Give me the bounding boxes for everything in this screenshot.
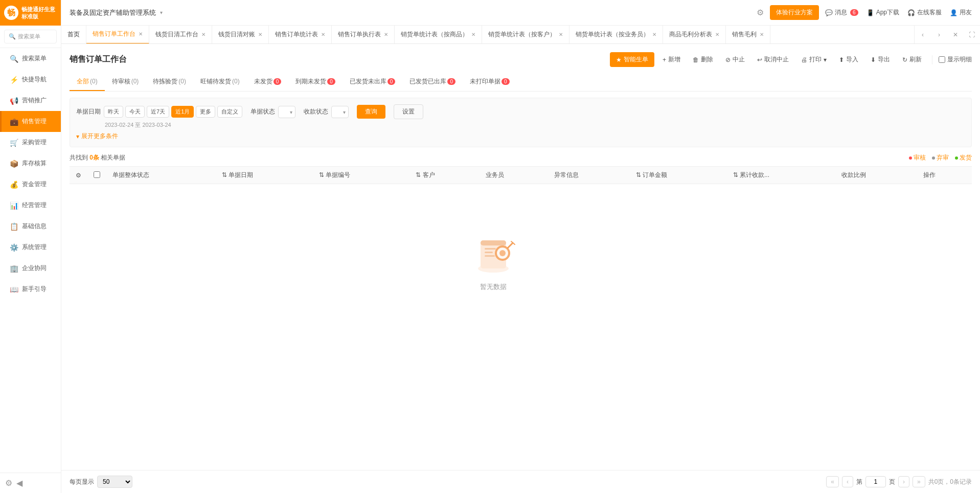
printer-icon: 🖨	[801, 56, 807, 63]
stop-button[interactable]: ⊘ 中止	[721, 53, 749, 66]
table-body: 暂无数据	[70, 184, 972, 333]
online-service-item[interactable]: 🎧 在线客服	[907, 8, 942, 17]
show-detail-checkbox[interactable]: 显示明细	[939, 55, 972, 64]
status-select[interactable]	[278, 106, 295, 118]
sub-tab-pending_inspect[interactable]: 待拣验货(0)	[146, 73, 193, 91]
topbar-settings-button[interactable]: ⚙	[757, 8, 764, 17]
date-option-近7天[interactable]: 近7天	[147, 106, 169, 118]
tab-close-sales-order[interactable]: ✕	[139, 31, 143, 37]
first-page-button[interactable]: «	[826, 476, 839, 487]
tab-sales-summary-customer[interactable]: 销货单统计表（按客户）✕	[482, 26, 569, 44]
sub-tab-pending_review[interactable]: 待审核(0)	[105, 73, 146, 91]
sub-tab-shipped_out[interactable]: 已发货已出库0	[402, 73, 463, 91]
tab-cash-reconcile[interactable]: 钱货日清对账✕	[212, 26, 269, 44]
tab-fullscreen[interactable]: ⛶	[964, 26, 980, 44]
tab-scroll-right[interactable]: ›	[931, 26, 947, 44]
sidebar-item-finance[interactable]: 💰 资金管理	[0, 174, 61, 195]
sort-customer-icon[interactable]: ⇅	[416, 171, 421, 178]
sub-tab-overdue_unshipped[interactable]: 到期未发货0	[288, 73, 343, 91]
sort-number-icon[interactable]: ⇅	[319, 171, 324, 178]
tab-close-sales-profit[interactable]: ✕	[760, 32, 764, 37]
select-all-checkbox[interactable]	[94, 171, 100, 178]
status-label: 单据状态	[250, 107, 275, 116]
date-option-昨天[interactable]: 昨天	[104, 106, 123, 118]
sub-tab-unshipped[interactable]: 未发货0	[247, 73, 289, 91]
sidebar-item-inventory[interactable]: 📦 库存核算	[0, 153, 61, 174]
sub-tab-shipped_not_out[interactable]: 已发货未出库0	[343, 73, 403, 91]
settings-icon[interactable]: ⚙	[76, 172, 81, 179]
sidebar-item-basic[interactable]: 📋 基础信息	[0, 216, 61, 237]
sidebar-search[interactable]: 🔍 搜索菜单	[0, 26, 61, 48]
tab-scroll-left[interactable]: ‹	[915, 26, 931, 44]
tab-close-sales-summary-product[interactable]: ✕	[471, 32, 475, 37]
import-button[interactable]: ⬆ 导入	[835, 53, 862, 66]
date-option-更多[interactable]: 更多	[196, 106, 215, 118]
experience-button[interactable]: 体验行业方案	[770, 5, 819, 20]
tab-close-all[interactable]: ✕	[947, 26, 964, 44]
sidebar-item-search[interactable]: 🔍 搜索菜单	[0, 48, 61, 69]
tab-sales-order[interactable]: 销售订单工作台✕	[86, 26, 149, 44]
tab-close-sales-summary-customer[interactable]: ✕	[559, 32, 563, 37]
smart-create-button[interactable]: ★ 智能生单	[610, 52, 654, 67]
sort-collected-icon[interactable]: ⇅	[733, 171, 738, 178]
payment-select[interactable]	[331, 106, 349, 118]
next-page-button[interactable]: ›	[898, 476, 909, 487]
prev-page-button[interactable]: ‹	[842, 476, 853, 487]
tab-sales-summary-product[interactable]: 销货单统计表（按商品）✕	[395, 26, 482, 44]
print-button[interactable]: 🖨 打印 ▾	[797, 53, 831, 66]
sidebar-item-purchase[interactable]: 🛒 采购管理	[0, 132, 61, 153]
tab-close-cash-reconcile[interactable]: ✕	[258, 32, 262, 37]
settings-button[interactable]: ⚙	[5, 478, 12, 488]
add-button[interactable]: + 新增	[658, 53, 685, 66]
app-download-item[interactable]: 📱 App下载	[867, 8, 899, 17]
last-page-button[interactable]: »	[913, 476, 925, 487]
sub-tab-wangpu_pending[interactable]: 旺铺待发货(0)	[193, 73, 247, 91]
query-button[interactable]: 查询	[357, 105, 385, 119]
tab-close-product-margin[interactable]: ✕	[715, 32, 719, 37]
tab-sales-summary-staff[interactable]: 销货单统计表（按业务员）✕	[569, 26, 663, 44]
collapse-button[interactable]: ◀	[16, 478, 22, 488]
sidebar-item-marketing[interactable]: 📢 营销推广	[0, 90, 61, 111]
ship-action-link[interactable]: 发货	[955, 153, 972, 162]
sidebar-item-sales[interactable]: 💼 销售管理	[0, 111, 61, 132]
cancel-action-link[interactable]: 弃审	[932, 153, 949, 162]
sort-date-icon[interactable]: ⇅	[222, 171, 227, 178]
export-button[interactable]: ⬇ 导出	[867, 53, 894, 66]
tab-sales-execute[interactable]: 销售订单执行表✕	[332, 26, 395, 44]
tab-close-sales-stats[interactable]: ✕	[321, 32, 325, 37]
show-detail-input[interactable]	[939, 56, 945, 63]
date-option-今天[interactable]: 今天	[125, 106, 145, 118]
date-option-近1月[interactable]: 近1月	[171, 106, 194, 118]
sub-tab-all[interactable]: 全部(0)	[70, 73, 105, 91]
sidebar-item-operation[interactable]: 📊 经营管理	[0, 195, 61, 216]
page-number-input[interactable]	[865, 476, 886, 487]
tab-product-margin[interactable]: 商品毛利分析表✕	[663, 26, 726, 44]
delete-button[interactable]: 🗑 删除	[689, 53, 717, 66]
user-item[interactable]: 👤 用友	[950, 8, 972, 17]
sub-tab-unprinted[interactable]: 未打印单据0	[463, 73, 517, 91]
date-option-自定义[interactable]: 自定义	[217, 106, 242, 118]
tab-close-sales-summary-staff[interactable]: ✕	[652, 32, 656, 37]
tab-sales-stats[interactable]: 销售订单统计表✕	[269, 26, 332, 44]
sidebar-item-enterprise[interactable]: 🏢 企业协同	[0, 258, 61, 279]
sidebar-item-system[interactable]: ⚙️ 系统管理	[0, 237, 61, 258]
search-menu-button[interactable]: 🔍 搜索菜单	[4, 30, 57, 43]
refresh-button[interactable]: ↻ 刷新	[898, 53, 926, 66]
sidebar-item-quick[interactable]: ⚡ 快捷导航	[0, 69, 61, 90]
cancel-stop-button[interactable]: ↩ 取消中止	[753, 53, 793, 66]
tab-close-cash-daily[interactable]: ✕	[201, 32, 206, 37]
tab-close-sales-execute[interactable]: ✕	[384, 32, 388, 37]
page-size-dropdown[interactable]: 10 20 50 100	[97, 476, 132, 488]
settings-filter-button[interactable]: 设置	[394, 104, 423, 119]
sub-tab-label-wangpu_pending: 旺铺待发货	[200, 78, 231, 85]
sort-amount-icon[interactable]: ⇅	[636, 171, 641, 178]
sidebar-item-guide[interactable]: 📖 新手引导	[0, 279, 61, 300]
tab-sales-profit[interactable]: 销售毛利✕	[726, 26, 770, 44]
tab-home[interactable]: 首页	[61, 26, 86, 44]
cancel-dot	[932, 156, 935, 160]
expand-conditions-button[interactable]: ▾ 展开更多条件	[76, 132, 965, 141]
message-item[interactable]: 💬 消息 6	[825, 8, 858, 17]
review-action-link[interactable]: 审核	[909, 153, 926, 162]
filter-area: 单据日期 昨天今天近7天近1月更多自定义 单据状态 收款状态	[70, 98, 972, 147]
tab-cash-daily[interactable]: 钱货日清工作台✕	[149, 26, 212, 44]
